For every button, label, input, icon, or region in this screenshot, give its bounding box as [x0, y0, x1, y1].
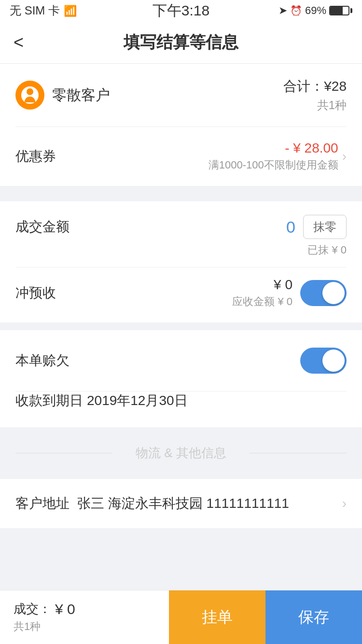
bottom-count: 共1种 — [14, 619, 155, 634]
logistics-separator: 物流 & 其他信息 — [0, 435, 362, 471]
coupon-label: 优惠券 — [15, 147, 56, 166]
bottom-bar: 成交： ¥ 0 共1种 挂单 保存 — [0, 590, 362, 644]
transaction-row: 成交金额 0 抹零 — [0, 201, 362, 243]
due-date-row: 收款到期日 2019年12月30日 — [0, 392, 362, 427]
address-row[interactable]: 客户地址 张三 海淀永丰科技园 11111111111 › — [0, 479, 362, 528]
total-count: 共1种 — [283, 98, 347, 113]
prepay-right: ¥ 0 应收金额 ¥ 0 — [232, 277, 347, 309]
debt-toggle[interactable] — [300, 348, 347, 374]
alarm-icon: ⏰ — [290, 5, 302, 16]
prepay-toggle[interactable] — [300, 280, 347, 306]
status-right: ➤ ⏰ 69% — [278, 4, 352, 17]
content: 零散客户 合计：¥28 共1种 优惠券 - ¥ 28.00 满1000-100不… — [0, 64, 362, 594]
section-sep-4 — [0, 471, 362, 479]
avatar-icon — [21, 86, 39, 104]
prepay-label: 冲预收 — [15, 284, 56, 302]
toggle-knob-prepay — [322, 282, 345, 304]
transaction-sub: 已抹 ¥ 0 — [0, 243, 362, 267]
toggle-knob-debt — [322, 350, 345, 372]
debt-label: 本单赊欠 — [15, 351, 70, 370]
customer-left: 零散客户 — [15, 81, 110, 110]
customer-row: 零散客户 合计：¥28 共1种 — [0, 64, 362, 126]
pending-button[interactable]: 挂单 — [169, 590, 265, 644]
bottom-total-label: 成交： ¥ 0 — [14, 601, 155, 617]
address-card: 客户地址 张三 海淀永丰科技园 11111111111 › — [0, 479, 362, 528]
nav-bar: < 填写结算等信息 — [0, 21, 362, 64]
transaction-label: 成交金额 — [15, 218, 70, 236]
section-sep-2 — [0, 322, 362, 330]
coupon-right: - ¥ 28.00 满1000-100不限制使用金额 › — [209, 140, 347, 172]
prepay-row: 冲预收 ¥ 0 应收金额 ¥ 0 — [0, 267, 362, 322]
debt-row: 本单赊欠 — [0, 330, 362, 391]
debt-card: 本单赊欠 收款到期日 2019年12月30日 — [0, 330, 362, 427]
due-date-value[interactable]: 2019年12月30日 — [87, 392, 188, 410]
save-button[interactable]: 保存 — [265, 590, 362, 644]
battery-percent: 69% — [305, 4, 326, 17]
prepay-info: ¥ 0 应收金额 ¥ 0 — [232, 277, 292, 309]
chevron-right-icon: › — [342, 149, 347, 164]
customer-avatar — [15, 81, 44, 110]
address-right: › — [342, 496, 347, 511]
page-title: 填写结算等信息 — [124, 31, 238, 54]
address-value: 张三 海淀永丰科技园 11111111111 — [77, 494, 342, 513]
bottom-total: 成交： ¥ 0 共1种 — [0, 601, 169, 634]
transaction-amount[interactable]: 0 — [286, 218, 295, 237]
location-icon: ➤ — [278, 4, 287, 17]
wifi-icon — [64, 4, 77, 17]
address-chevron-icon: › — [342, 496, 347, 511]
transaction-card: 成交金额 0 抹零 已抹 ¥ 0 冲预收 ¥ 0 应收金额 ¥ 0 — [0, 201, 362, 322]
logistics-title: 物流 & 其他信息 — [0, 445, 362, 462]
transaction-right: 0 抹零 — [286, 215, 347, 239]
coupon-info: - ¥ 28.00 满1000-100不限制使用金额 — [209, 140, 338, 172]
coupon-desc: 满1000-100不限制使用金额 — [209, 158, 338, 172]
back-button[interactable]: < — [14, 32, 24, 53]
status-time: 下午3:18 — [153, 1, 209, 21]
coupon-discount: - ¥ 28.00 — [209, 140, 338, 156]
prepay-sub: 应收金额 ¥ 0 — [232, 294, 292, 309]
coupon-row[interactable]: 优惠券 - ¥ 28.00 满1000-100不限制使用金额 › — [0, 127, 362, 186]
address-label: 客户地址 — [15, 494, 70, 513]
status-left: 无 SIM 卡 — [10, 3, 77, 18]
bottom-total-amount: ¥ 0 — [55, 601, 75, 617]
section-sep-1 — [0, 194, 362, 201]
prepay-amount: ¥ 0 — [232, 277, 292, 293]
customer-name: 零散客户 — [52, 85, 110, 105]
total-amount: 合计：¥28 — [283, 77, 347, 96]
status-bar: 无 SIM 卡 下午3:18 ➤ ⏰ 69% — [0, 0, 362, 21]
section-sep-3 — [0, 427, 362, 435]
carrier-text: 无 SIM 卡 — [10, 3, 60, 18]
round-button[interactable]: 抹零 — [303, 215, 347, 239]
customer-card: 零散客户 合计：¥28 共1种 优惠券 - ¥ 28.00 满1000-100不… — [0, 64, 362, 186]
customer-total: 合计：¥28 共1种 — [283, 77, 347, 113]
battery-indicator — [329, 6, 352, 15]
due-date-label: 收款到期日 — [15, 392, 83, 410]
